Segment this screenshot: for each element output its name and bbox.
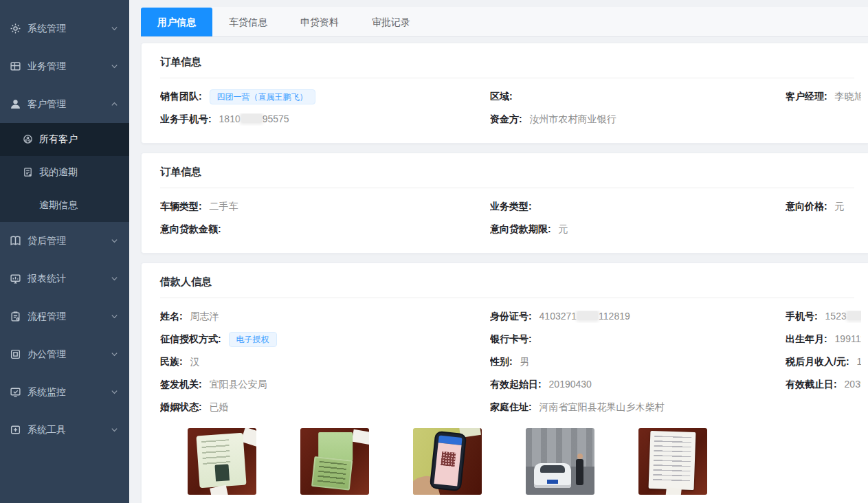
credit-auth-tag[interactable]: 电子授权	[229, 332, 277, 347]
sidebar-item-all-customers[interactable]: 所有客户	[0, 123, 129, 156]
field-label: 意向贷款金额:	[160, 223, 221, 234]
field-intent-loan-term: 意向贷款期限: 元	[490, 223, 786, 236]
field-value: 20190430	[549, 379, 592, 390]
field-ethnicity: 民族: 汉	[160, 356, 490, 368]
sidebar-item-business-mgmt[interactable]: 业务管理	[0, 47, 129, 85]
field-valid-from: 有效起始日: 20190430	[490, 379, 786, 391]
field-value: 宜阳县公安局	[210, 379, 267, 390]
sidebar-item-label: 报表统计	[27, 273, 66, 285]
sidebar-item-system-monitor[interactable]: 系统监控	[0, 373, 129, 411]
field-label: 税后月收入/元:	[786, 356, 849, 367]
field-label: 姓名:	[160, 311, 183, 322]
order-info-card: 订单信息 销售团队: 四团一营（直属王鹏飞） 区域: 客户经理: 李晓旭 业务手	[141, 43, 868, 144]
document-photos: 人像面 行驶证照片 授权二维码	[160, 428, 861, 503]
redacted-digits	[847, 311, 861, 320]
chevron-down-icon	[111, 388, 118, 396]
card-title: 订单信息	[160, 56, 854, 78]
sidebar-item-postloan-mgmt[interactable]: 贷后管理	[0, 222, 129, 260]
field-value: 周志洋	[190, 311, 219, 322]
tab-car-loan-info[interactable]: 车贷信息	[212, 8, 284, 36]
field-value: 河南省宜阳县花果山乡木柴村	[539, 401, 665, 412]
sidebar-item-label: 我的逾期	[39, 166, 78, 179]
main-content: 用户信息 车贷信息 申贷资料 审批记录 订单信息 销售团队: 四团一营（直属王鹏…	[129, 0, 868, 503]
chevron-down-icon	[111, 426, 118, 434]
field-region: 区域:	[490, 91, 786, 103]
field-label: 婚姻状态:	[160, 401, 202, 412]
sidebar-item-system-tools[interactable]: 系统工具	[0, 411, 129, 449]
field-label: 有效起始日:	[490, 379, 542, 390]
field-label: 有效截止日:	[786, 379, 837, 390]
field-marital-status: 婚姻状态: 已婚	[160, 401, 490, 414]
sidebar-item-label: 所有客户	[39, 133, 78, 146]
user-icon	[10, 98, 21, 110]
field-value: 元	[559, 223, 568, 234]
field-value: 汉	[190, 356, 200, 367]
field-label: 销售团队:	[160, 91, 202, 102]
monitor-check-icon	[10, 386, 21, 398]
square-icon	[10, 348, 21, 360]
clipboard-icon	[10, 311, 21, 322]
field-label: 征信授权方式:	[160, 333, 221, 344]
borrower-info-card: 借款人信息 姓名: 周志洋 身份证号: 4103271112819 手机号: 1…	[141, 262, 868, 503]
field-label: 意向贷款期限:	[490, 223, 551, 234]
id-card-photo-thumbnail[interactable]	[188, 428, 256, 495]
vehicle-license-photo-thumbnail[interactable]	[300, 428, 369, 495]
qr-authorization-photo-thumbnail[interactable]	[413, 428, 482, 495]
book-icon	[10, 235, 21, 247]
field-value: 15236137	[825, 311, 861, 322]
field-value: 19911111	[835, 333, 861, 344]
field-gender: 性别: 男	[490, 356, 786, 368]
field-label: 性别:	[490, 356, 513, 367]
sidebar: 系统管理 业务管理 客户管理 所有客户 我的逾期 逾期信息 贷	[0, 0, 129, 503]
field-name: 姓名: 周志洋	[160, 311, 490, 323]
field-mobile: 手机号: 15236137	[786, 311, 861, 323]
tab-bar: 用户信息 车贷信息 申贷资料 审批记录	[141, 7, 868, 37]
field-valid-to: 有效截止日: 20390430	[786, 379, 861, 391]
sidebar-item-my-overdue[interactable]: 我的逾期	[0, 156, 129, 189]
chevron-down-icon	[111, 25, 118, 32]
sidebar-item-label: 业务管理	[27, 60, 66, 73]
chevron-down-icon	[111, 313, 118, 320]
customer-submenu: 所有客户 我的逾期 逾期信息	[0, 123, 129, 222]
person-with-car-photo-thumbnail[interactable]	[526, 428, 594, 495]
field-sales-team: 销售团队: 四团一营（直属王鹏飞）	[160, 89, 490, 104]
field-label: 车辆类型:	[160, 201, 202, 212]
field-label: 意向价格:	[786, 201, 827, 212]
tab-user-info[interactable]: 用户信息	[141, 8, 212, 36]
field-value: 元	[835, 201, 845, 212]
tab-loan-application-docs[interactable]: 申贷资料	[284, 8, 355, 36]
field-intent-loan-amount: 意向贷款金额:	[160, 223, 490, 236]
handwritten-document-photo-thumbnail[interactable]	[638, 428, 707, 495]
field-label: 业务手机号:	[160, 113, 212, 124]
field-value: 二手车	[210, 201, 238, 212]
card-title: 借款人信息	[160, 276, 854, 298]
monitor-chart-icon	[10, 273, 21, 284]
field-home-address: 家庭住址: 河南省宜阳县花果山乡木柴村	[490, 401, 786, 414]
document-icon	[23, 167, 34, 178]
sidebar-item-label: 系统工具	[27, 424, 66, 436]
tab-approval-records[interactable]: 审批记录	[355, 8, 427, 36]
sidebar-item-label: 流程管理	[27, 311, 66, 323]
sidebar-item-report-stats[interactable]: 报表统计	[0, 260, 129, 298]
sales-team-tag[interactable]: 四团一营（直属王鹏飞）	[210, 89, 315, 104]
field-value: 已婚	[210, 401, 229, 412]
field-value: 10000	[856, 356, 861, 367]
field-label: 业务类型:	[490, 201, 532, 212]
redacted-digits	[241, 114, 262, 123]
sidebar-item-process-mgmt[interactable]: 流程管理	[0, 298, 129, 335]
field-intent-price: 意向价格: 元	[786, 201, 861, 213]
sidebar-item-overdue-info[interactable]: 逾期信息	[0, 189, 129, 222]
field-birth: 出生年月: 19911111	[786, 333, 861, 346]
field-account-manager: 客户经理: 李晓旭	[786, 91, 861, 103]
sidebar-item-label: 贷后管理	[27, 235, 66, 247]
field-value: 李晓旭	[835, 91, 861, 102]
chevron-down-icon	[111, 350, 118, 358]
field-vehicle-type: 车辆类型: 二手车	[160, 201, 490, 213]
sidebar-item-system-mgmt[interactable]: 系统管理	[0, 10, 129, 47]
field-label: 签发机关:	[160, 379, 202, 390]
sidebar-item-customer-mgmt[interactable]: 客户管理	[0, 85, 129, 123]
sidebar-item-office-mgmt[interactable]: 办公管理	[0, 335, 129, 373]
tools-icon	[10, 424, 21, 436]
field-value: 汝州市农村商业银行	[530, 113, 616, 124]
field-business-phone: 业务手机号: 181095575	[160, 113, 490, 126]
